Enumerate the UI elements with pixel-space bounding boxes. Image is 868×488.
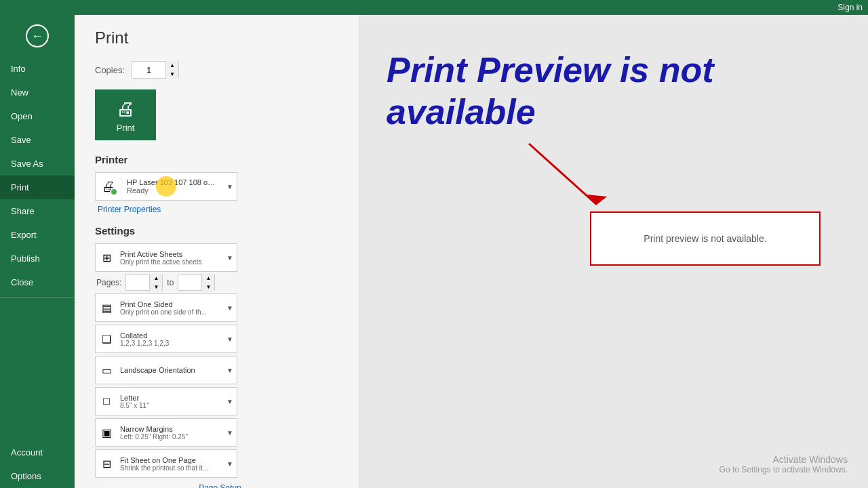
- printer-properties-link[interactable]: Printer Properties: [95, 205, 345, 214]
- printer-name: HP Laser 103 107 108 on dyei...: [127, 178, 218, 186]
- sidebar: ← Info New Open Save Save As Print Share…: [0, 15, 75, 488]
- margins-arrow: ▼: [223, 419, 237, 446]
- page-setup-link[interactable]: Page Setup: [95, 483, 345, 488]
- active-sheets-info: Print Active Sheets Only print the activ…: [117, 249, 223, 267]
- activate-windows-desc: Go to Settings to activate Windows.: [719, 465, 848, 474]
- page-title: Print: [95, 28, 345, 47]
- setting-one-sided[interactable]: ▤ Print One Sided Only print on one side…: [95, 293, 237, 322]
- sidebar-bottom: Account Options: [0, 441, 75, 488]
- sidebar-item-share[interactable]: Share: [0, 199, 75, 223]
- setting-margins[interactable]: ▣ Narrow Margins Left: 0.25" Right: 0.25…: [95, 418, 237, 447]
- settings-section-label: Settings: [95, 225, 345, 237]
- pages-from-up[interactable]: ▲: [150, 274, 162, 283]
- sidebar-divider: [0, 297, 75, 298]
- fit-sheet-icon: ⊟: [96, 450, 117, 477]
- active-sheets-icon: ⊞: [96, 244, 117, 271]
- preview-box: Print preview is not available.: [590, 211, 821, 266]
- copies-label: Copies:: [95, 65, 125, 75]
- one-sided-icon: ▤: [96, 294, 117, 321]
- sidebar-item-publish[interactable]: Publish: [0, 247, 75, 270]
- active-sheets-arrow: ▼: [223, 244, 237, 271]
- printer-dropdown[interactable]: 🖨 HP Laser 103 107 108 on dyei... Ready …: [95, 172, 237, 201]
- preview-box-text: Print preview is not available.: [644, 233, 766, 244]
- printer-status-dot: [110, 188, 118, 196]
- orientation-arrow: ▼: [223, 357, 237, 384]
- sidebar-item-new[interactable]: New: [0, 81, 75, 104]
- one-sided-arrow: ▼: [223, 294, 237, 321]
- sidebar-item-account[interactable]: Account: [0, 441, 75, 464]
- letter-info: Letter 8.5" x 11": [117, 392, 223, 411]
- orientation-info: Landscape Orientation: [117, 365, 223, 375]
- arrow-annotation: [509, 137, 617, 218]
- copies-up-button[interactable]: ▲: [166, 61, 178, 70]
- one-sided-info: Print One Sided Only print on one side o…: [117, 299, 223, 317]
- setting-letter[interactable]: □ Letter 8.5" x 11" ▼: [95, 387, 237, 415]
- back-icon: ←: [26, 24, 49, 47]
- pages-row: Pages: ▲ ▼ to ▲ ▼: [95, 274, 345, 291]
- setting-active-sheets[interactable]: ⊞ Print Active Sheets Only print the act…: [95, 243, 237, 272]
- copies-down-button[interactable]: ▼: [166, 70, 178, 79]
- orientation-icon: ▭: [96, 357, 117, 384]
- sidebar-item-print[interactable]: Print: [0, 176, 75, 199]
- pages-to-down[interactable]: ▼: [202, 283, 214, 291]
- back-button[interactable]: ←: [0, 15, 75, 57]
- svg-line-0: [529, 144, 597, 205]
- collated-icon: ❑: [96, 325, 117, 352]
- copies-input[interactable]: 1 ▲ ▼: [132, 61, 179, 79]
- setting-collated[interactable]: ❑ Collated 1,2,3 1,2,3 1,2,3 ▼: [95, 325, 237, 353]
- printer-info: HP Laser 103 107 108 on dyei... Ready: [121, 176, 223, 197]
- preview-not-available-heading: Print Preview is not available: [387, 49, 841, 134]
- sidebar-item-save-as[interactable]: Save As: [0, 152, 75, 176]
- app-body: ← Info New Open Save Save As Print Share…: [0, 15, 868, 488]
- pages-to-up[interactable]: ▲: [202, 274, 214, 283]
- sidebar-item-save[interactable]: Save: [0, 128, 75, 152]
- printer-status: Ready: [127, 186, 218, 195]
- sidebar-item-options[interactable]: Options: [0, 464, 75, 488]
- printer-section-label: Printer: [95, 154, 345, 165]
- copies-arrows: ▲ ▼: [165, 61, 178, 79]
- main-content: Print Copies: 1 ▲ ▼ 🖨 Print: [75, 15, 868, 488]
- print-panel: Print Copies: 1 ▲ ▼ 🖨 Print: [75, 15, 359, 488]
- pages-from-input[interactable]: ▲ ▼: [125, 274, 163, 291]
- margins-info: Narrow Margins Left: 0.25" Right: 0.25": [117, 424, 223, 442]
- sidebar-item-info[interactable]: Info: [0, 57, 75, 81]
- copies-value: 1: [132, 65, 165, 75]
- letter-arrow: ▼: [223, 388, 237, 415]
- printer-icon: 🖨: [116, 98, 135, 120]
- printer-dropdown-arrow: ▼: [223, 173, 237, 200]
- preview-area: Print Preview is not available Print pre…: [359, 15, 868, 488]
- print-button-container: 🖨 Print: [95, 89, 345, 140]
- pages-from-down[interactable]: ▼: [150, 283, 162, 291]
- sign-in-link[interactable]: Sign in: [837, 3, 863, 12]
- pages-to-input[interactable]: ▲ ▼: [178, 274, 215, 291]
- titlebar: Sign in: [0, 0, 868, 15]
- collated-info: Collated 1,2,3 1,2,3 1,2,3: [117, 330, 223, 348]
- fit-sheet-arrow: ▼: [223, 450, 237, 477]
- setting-fit-sheet[interactable]: ⊟ Fit Sheet on One Page Shrink the print…: [95, 449, 237, 478]
- copies-row: Copies: 1 ▲ ▼: [95, 61, 345, 79]
- margins-icon: ▣: [96, 419, 117, 446]
- setting-orientation[interactable]: ▭ Landscape Orientation ▼: [95, 356, 237, 384]
- sidebar-item-close[interactable]: Close: [0, 270, 75, 294]
- fit-sheet-info: Fit Sheet on One Page Shrink the printou…: [117, 455, 223, 473]
- print-button-label: Print: [117, 123, 135, 133]
- activate-windows: Activate Windows Go to Settings to activ…: [719, 454, 848, 474]
- printer-icon-area: 🖨: [96, 173, 121, 200]
- print-button[interactable]: 🖨 Print: [95, 89, 156, 140]
- activate-windows-title: Activate Windows: [719, 454, 848, 465]
- collated-arrow: ▼: [223, 325, 237, 352]
- sidebar-item-open[interactable]: Open: [0, 104, 75, 128]
- pages-label: Pages:: [96, 278, 121, 287]
- letter-icon: □: [96, 388, 117, 415]
- pages-to-label: to: [167, 278, 174, 287]
- sidebar-item-export[interactable]: Export: [0, 223, 75, 247]
